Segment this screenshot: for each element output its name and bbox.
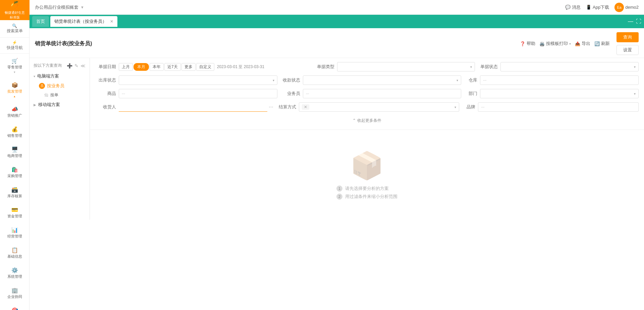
- filter-row-1: 单据日期 上月 本月 本年 近7天 更多 自定义 2023-03-01 至 20…: [95, 62, 639, 71]
- print-label: 按模板打印: [546, 41, 568, 47]
- sidebar-item-finance[interactable]: 💳 资金管理: [0, 203, 29, 223]
- edit-scheme-btn[interactable]: ✎: [74, 63, 78, 68]
- left-panel-header: 按以下方案查询 ➕ ✎ ≪: [30, 61, 90, 71]
- stock-status-select[interactable]: ▾: [119, 75, 277, 85]
- export-btn[interactable]: 📤 导出: [575, 41, 590, 47]
- tab-maximize-icon[interactable]: ⛶: [636, 18, 641, 24]
- top-header: 办公用品行业模拟账套 ▾ 💬 消息 📱 App下载 Ea demo2: [30, 0, 644, 15]
- sidebar-item-inventory[interactable]: 🗃️ 库存核算: [0, 183, 29, 203]
- help-btn[interactable]: ❓ 帮助: [520, 41, 535, 47]
- query-action-group: 查询 设置: [616, 32, 639, 55]
- date-label: 单据日期: [95, 64, 119, 70]
- receiver-input[interactable]: [119, 102, 267, 112]
- date-btn-thisyear[interactable]: 本年: [150, 63, 164, 71]
- department-select[interactable]: ▾: [480, 89, 639, 98]
- app-download-icon: 📱: [586, 5, 591, 10]
- finance-label: 资金管理: [7, 214, 22, 219]
- tab-minimize-icon[interactable]: —: [628, 18, 633, 24]
- collapse-btn-label: 收起更多条件: [357, 118, 381, 123]
- page-actions: ❓ 帮助 🖨️ 按模板打印 ▾ 📤 导出 🔄 刷新 查询: [520, 32, 639, 55]
- retail-arrow: ▾: [14, 70, 15, 74]
- tree-node-pc[interactable]: ▾ 电脑端方案: [30, 71, 90, 81]
- tab-bar: 首页 销货单统计表（按业务员） ✕ — ⛶: [30, 15, 644, 28]
- export-icon: 📤: [575, 41, 580, 46]
- tree-child-salesperson[interactable]: 员 按业务员: [30, 81, 90, 91]
- print-btn[interactable]: 🖨️ 按模板打印 ▾: [539, 41, 571, 47]
- operation-icon: 📊: [11, 227, 18, 233]
- app-download-btn[interactable]: 📱 App下载: [586, 4, 609, 10]
- sidebar-item-retail[interactable]: 🛒 零售管理 ▾: [0, 54, 29, 78]
- operation-label: 经营管理: [7, 234, 22, 239]
- retail-icon: 🛒: [11, 58, 18, 64]
- date-btn-7days[interactable]: 近7天: [164, 63, 181, 71]
- collapse-btn[interactable]: ⌃ 收起更多条件: [95, 116, 639, 125]
- date-btn-lastmonth[interactable]: 上月: [119, 63, 133, 71]
- warehouse-select[interactable]: ···: [480, 75, 639, 85]
- salesperson-select[interactable]: ···: [303, 89, 462, 98]
- empty-tips: 1 请先选择要分析的方案 2 用过滤条件来缩小分析范围: [336, 186, 397, 200]
- sidebar-item-marketing[interactable]: 📣 营销推广: [0, 102, 29, 122]
- refresh-btn[interactable]: 🔄 刷新: [594, 41, 610, 47]
- user-initial: Ea: [617, 5, 622, 9]
- sidebar-item-sales[interactable]: 💰 销售管理: [0, 122, 29, 142]
- tab-close-icon[interactable]: ✕: [110, 19, 113, 24]
- purchase-label: 采购管理: [7, 173, 22, 178]
- receiver-label: 收货人: [95, 104, 119, 110]
- sidebar-item-enterprise[interactable]: 🏢 企业协同: [0, 283, 29, 303]
- tree-node-mobile[interactable]: ▶ 移动端方案: [30, 100, 90, 110]
- brand-dots: ···: [481, 105, 484, 109]
- tab-home[interactable]: 首页: [32, 16, 49, 27]
- help-icon: ❓: [520, 41, 525, 46]
- sidebar-item-system[interactable]: ⚙️ 系统管理: [0, 263, 29, 283]
- setting-button[interactable]: 设置: [616, 45, 639, 55]
- empty-illustration: 📦: [350, 150, 384, 182]
- user-area[interactable]: Ea demo2: [614, 3, 639, 12]
- warehouse-label: 仓库: [467, 77, 480, 83]
- chevron-down-icon: ▾: [34, 74, 35, 78]
- sidebar-item-operation[interactable]: 📊 经营管理: [0, 223, 29, 243]
- breadcrumb-dropdown[interactable]: ▾: [81, 5, 84, 10]
- date-btn-thismonth[interactable]: 本月: [133, 63, 149, 71]
- receiver-dots[interactable]: ···: [269, 104, 273, 110]
- tab-sales-report[interactable]: 销货单统计表（按业务员） ✕: [50, 16, 117, 27]
- sidebar-menu: 🛒 零售管理 ▾ 📦 批发管理 ▴ 📣 营销推广 💰 销售管理 🖥️ 电商管理 …: [0, 54, 29, 310]
- sidebar-search[interactable]: 🔍 搜索菜单: [0, 20, 29, 38]
- tip-2-text: 用过滤条件来缩小分析范围: [345, 194, 397, 200]
- message-icon: 💬: [565, 5, 571, 10]
- date-btn-custom[interactable]: 自定义: [196, 63, 214, 71]
- sidebar-quicknav[interactable]: ⚡ 快捷导航: [0, 38, 29, 54]
- logo-icon: 🍊: [10, 0, 19, 11]
- salesperson-scheme-label: 按业务员: [47, 83, 64, 89]
- x-icon[interactable]: ✕: [304, 105, 307, 109]
- sidebar-item-purchase[interactable]: 🛍️ 采购管理: [0, 162, 29, 183]
- date-btn-more[interactable]: 更多: [181, 63, 196, 71]
- tip-1-text: 请先选择要分析的方案: [345, 186, 389, 192]
- department-dropdown-icon: ▾: [634, 92, 636, 96]
- collapse-panel-btn[interactable]: ≪: [80, 63, 86, 68]
- sidebar-item-wholesale[interactable]: 📦 批发管理 ▴: [0, 78, 29, 102]
- settlement-select[interactable]: ✕ ▾: [299, 102, 460, 112]
- salesperson-scheme-icon: 员: [39, 83, 45, 89]
- message-btn[interactable]: 💬 消息: [565, 4, 581, 10]
- settlement-clear-tag: ✕: [302, 104, 309, 110]
- order-status-label: 单据状态: [480, 64, 500, 70]
- left-panel: 按以下方案查询 ➕ ✎ ≪ ▾ 电脑端方案 员 按业务员: [30, 58, 90, 220]
- order-status-select[interactable]: ▾: [500, 62, 639, 71]
- sidebar-item-basic[interactable]: 📋 基础信息: [0, 243, 29, 263]
- sidebar-item-ecommerce[interactable]: 🖥️ 电商管理: [0, 142, 29, 162]
- sales-icon: 💰: [11, 126, 18, 133]
- collapse-btn-icon: ⌃: [353, 118, 356, 123]
- brand-label: 品牌: [465, 104, 478, 110]
- salesperson-label: 业务员: [283, 91, 303, 97]
- brand-select[interactable]: ···: [478, 102, 639, 112]
- right-panel: 单据日期 上月 本月 本年 近7天 更多 自定义 2023-03-01 至 20…: [90, 58, 644, 220]
- tree-grandchild-order[interactable]: 仙 按单: [30, 91, 90, 100]
- goods-select[interactable]: ···: [119, 89, 277, 98]
- filter-section: 单据日期 上月 本月 本年 近7天 更多 自定义 2023-03-01 至 20…: [90, 58, 644, 130]
- query-button[interactable]: 查询: [616, 32, 639, 42]
- payment-status-select[interactable]: ▾: [303, 75, 462, 85]
- tip-num-1: 1: [336, 186, 342, 192]
- sidebar-item-newuser[interactable]: 🎯 新手引导: [0, 303, 29, 310]
- add-scheme-btn[interactable]: ➕: [67, 63, 72, 68]
- order-type-select[interactable]: ▾: [337, 62, 475, 71]
